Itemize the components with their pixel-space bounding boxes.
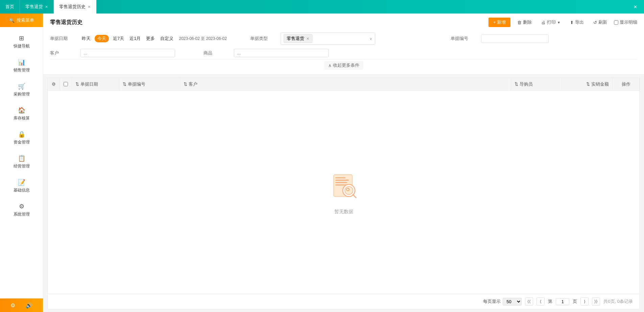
- table-area: ⚙ ⇅ 单据日期 ⇅ 单据编号 ⇅ 客户 ⇅: [47, 77, 640, 309]
- type-filter-label: 单据类型: [250, 36, 277, 42]
- print-button[interactable]: 🖨 打印 ▼: [539, 18, 563, 27]
- add-button[interactable]: + 新增: [488, 18, 510, 27]
- svg-rect-3: [335, 182, 347, 183]
- customer-filter-label: 客户: [50, 50, 77, 56]
- quick-nav-icon: ⊞: [19, 35, 24, 42]
- tab-retail-return-close[interactable]: ✕: [45, 5, 48, 9]
- display-detail-toggle[interactable]: 显示明细: [614, 19, 637, 25]
- top-bar: 首页 零售退货 ✕ 零售退货历史 ✕ ✕: [0, 0, 644, 14]
- filter-cell-goods: 商品: [204, 49, 343, 57]
- sidebar-item-operations-label: 经营管理: [14, 163, 30, 169]
- sidebar-search[interactable]: 🔍 搜索菜单: [0, 14, 43, 27]
- next-page-button[interactable]: ⟩: [580, 297, 589, 306]
- number-filter-input[interactable]: [481, 35, 549, 43]
- date-opt-more[interactable]: 更多: [145, 35, 156, 42]
- th-date[interactable]: ⇅ 单据日期: [72, 78, 119, 90]
- date-opt-1month[interactable]: 近1月: [128, 35, 142, 42]
- sidebar-item-basic-info[interactable]: 📝 基础信息: [0, 174, 43, 198]
- date-filter-label: 单据日期: [50, 36, 77, 42]
- delete-icon: 🗑: [517, 20, 522, 25]
- customer-filter-input[interactable]: [80, 49, 175, 57]
- svg-rect-1: [335, 177, 345, 178]
- collapse-button[interactable]: ∧ 收起更多条件: [324, 61, 363, 70]
- sidebar-item-sales-mgmt-label: 销售管理: [14, 67, 30, 73]
- type-tag-remove[interactable]: ✕: [306, 37, 309, 41]
- export-button-label: 导出: [575, 19, 584, 25]
- last-page-button[interactable]: ⟩⟩: [592, 297, 600, 306]
- toolbar: + 新增 🗑 删除 🖨 打印 ▼ ⬆ 导出: [488, 18, 637, 27]
- content-area: 零售退货历史 + 新增 🗑 删除 🖨 打印 ▼ ⬆: [43, 14, 644, 312]
- type-select[interactable]: 零售退货 ✕ ∨: [281, 32, 375, 45]
- tab-home[interactable]: 首页: [0, 0, 20, 14]
- inventory-icon: 🏠: [18, 107, 25, 114]
- delete-button[interactable]: 🗑 删除: [515, 18, 534, 27]
- refresh-icon: ↺: [593, 20, 597, 25]
- page-title-row: 零售退货历史 + 新增 🗑 删除 🖨 打印 ▼ ⬆: [50, 18, 637, 27]
- sidebar-footer: ⚙ 🔊: [0, 298, 43, 312]
- audio-footer-icon[interactable]: 🔊: [26, 302, 32, 309]
- sidebar-item-inventory-label: 库存核算: [14, 115, 30, 121]
- page-title: 零售退货历史: [50, 19, 82, 26]
- sidebar-menu: ⊞ 快捷导航 📊 销售管理 🛒 采购管理 🏠 库存核算 🔒 资金管理 📋: [0, 27, 43, 298]
- add-button-label: + 新增: [493, 19, 506, 25]
- tab-retail-return-history-close[interactable]: ✕: [88, 5, 91, 9]
- select-all-checkbox[interactable]: [64, 82, 68, 86]
- page-number-input[interactable]: [556, 298, 569, 305]
- prev-page-button[interactable]: ⟨: [536, 297, 545, 306]
- date-opt-custom[interactable]: 自定义: [159, 35, 175, 42]
- th-customer[interactable]: ⇅ 客户: [180, 78, 511, 90]
- sidebar-item-quick-nav[interactable]: ⊞ 快捷导航: [0, 30, 43, 54]
- th-number-text: 单据编号: [128, 81, 145, 87]
- sidebar-item-inventory[interactable]: 🏠 库存核算: [0, 102, 43, 126]
- empty-svg: [327, 170, 361, 203]
- top-bar-close[interactable]: ✕: [634, 4, 644, 9]
- operations-icon: 📋: [18, 155, 25, 162]
- sidebar-item-finance[interactable]: 🔒 资金管理: [0, 126, 43, 150]
- basic-info-icon: 📝: [18, 179, 25, 186]
- tab-retail-return-history[interactable]: 零售退货历史 ✕: [54, 0, 96, 14]
- date-options: 昨天 今天 近7天 近1月 更多 自定义 2023-06-02 至 2023-0…: [80, 35, 227, 42]
- sales-mgmt-icon: 📊: [18, 59, 25, 66]
- collapse-label: 收起更多条件: [333, 62, 359, 68]
- th-date-label: ⇅: [75, 82, 79, 87]
- sidebar-item-finance-label: 资金管理: [14, 139, 30, 145]
- th-amount-sort: ⇅: [586, 82, 590, 87]
- sidebar-item-operations[interactable]: 📋 经营管理: [0, 150, 43, 174]
- th-guide-sort: ⇅: [515, 82, 518, 87]
- sidebar-item-purchase-mgmt[interactable]: 🛒 采购管理: [0, 78, 43, 102]
- th-number[interactable]: ⇅ 单据编号: [119, 78, 180, 90]
- total-info: 共0页, 0条记录: [603, 298, 633, 305]
- tab-retail-return-label: 零售退货: [25, 4, 43, 10]
- date-opt-yesterday[interactable]: 昨天: [80, 35, 92, 42]
- page-label: 第: [548, 298, 552, 305]
- page-size-dropdown[interactable]: 20 50 100: [503, 298, 522, 306]
- date-opt-7days[interactable]: 近7天: [112, 35, 125, 42]
- th-settings[interactable]: ⚙: [48, 78, 60, 90]
- type-select-chevron: ∨: [369, 37, 372, 41]
- tab-list: 首页 零售退货 ✕ 零售退货历史 ✕: [0, 0, 634, 14]
- th-checkbox[interactable]: [60, 78, 72, 90]
- main-layout: 🔍 搜索菜单 ⊞ 快捷导航 📊 销售管理 🛒 采购管理 🏠 库存核算 🔒: [0, 14, 644, 312]
- date-opt-today[interactable]: 今天: [95, 35, 109, 42]
- display-detail-checkbox[interactable]: [614, 20, 618, 25]
- sidebar-search-label: 搜索菜单: [17, 17, 34, 23]
- settings-footer-icon[interactable]: ⚙: [10, 302, 15, 309]
- th-guide[interactable]: ⇅ 导购员: [511, 78, 562, 90]
- sidebar-item-sys-mgmt[interactable]: ⚙ 系统管理: [0, 198, 43, 222]
- goods-filter-label: 商品: [204, 50, 231, 56]
- collapse-row: ∧ 收起更多条件: [50, 59, 637, 71]
- export-button[interactable]: ⬆ 导出: [567, 18, 587, 27]
- sidebar-item-sales-mgmt[interactable]: 📊 销售管理: [0, 54, 43, 78]
- settings-icon: ⚙: [52, 82, 56, 87]
- first-page-button[interactable]: ⟨⟨: [525, 297, 533, 306]
- type-tag-value: 零售退货: [287, 36, 304, 42]
- th-amount[interactable]: ⇅ 实销金额: [562, 78, 613, 90]
- print-dropdown-icon: ▼: [557, 21, 560, 24]
- filter-row-2: 客户 商品: [50, 47, 637, 59]
- refresh-button[interactable]: ↺ 刷新: [591, 18, 610, 27]
- tab-retail-return[interactable]: 零售退货 ✕: [20, 0, 54, 14]
- goods-filter-input[interactable]: [234, 49, 329, 57]
- table-body: 暂无数据: [48, 91, 640, 294]
- refresh-button-label: 刷新: [598, 19, 607, 25]
- table-header: ⚙ ⇅ 单据日期 ⇅ 单据编号 ⇅ 客户 ⇅: [48, 78, 640, 91]
